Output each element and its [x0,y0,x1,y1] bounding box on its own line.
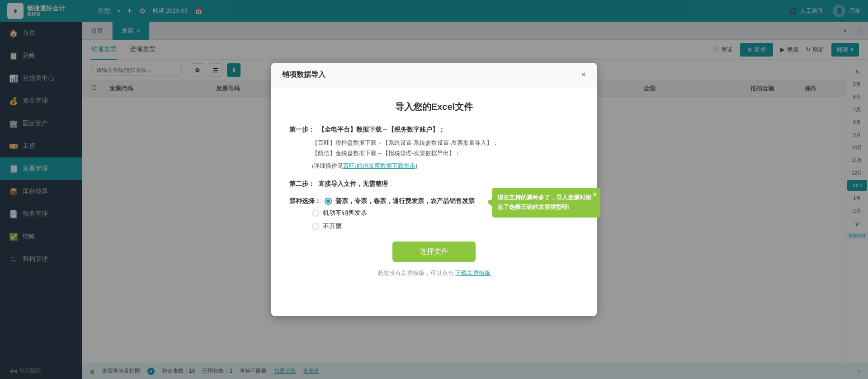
radio-label-3: 不开票 [323,223,342,231]
radio-label-1: 普票，专票，卷票，通行费发票，农产品销售发票 [335,197,475,205]
step2-title: 第二步： 直接导入文件，无需整理 [289,180,579,188]
guide-link[interactable]: 百旺/航信发票数据下载指南 [343,162,415,169]
step1-line1: 【全电平台】数据下载→【税务数字账户】； [318,126,445,134]
ticket-title: 票种选择： 普票，专票，卷票，通行费发票，农产品销售发票 × 现在支持的票种多了… [289,197,579,205]
radio-wrapper-1: 普票，专票，卷票，通行费发票，农产品销售发票 × 现在支持的票种多了，导入发票时… [325,197,478,205]
step1-link-prefix: (详细操作见 [312,162,343,169]
modal-footer: 若您没有发票模版，可以点击 下载发票模版 [289,269,579,286]
import-modal: 销项数据导入 × 导入您的Excel文件 第一步： 【全电平台】数据下载→【税务… [271,63,597,316]
modal-body: 导入您的Excel文件 第一步： 【全电平台】数据下载→【税务数字账户】； 【百… [271,87,597,316]
tooltip-text: 现在支持的票种多了，导入发票时别忘了选择正确的发票类型呀! [497,194,591,210]
step1-line3: 【航信】金税盘数据下载→【报税管理-发票数据导出】； [312,148,579,158]
modal-title: 销项数据导入 [282,70,326,80]
step2-block: 第二步： 直接导入文件，无需整理 [289,180,579,188]
footer-text: 若您没有发票模版，可以点击 [377,270,454,276]
ticket-select-block: 票种选择： 普票，专票，卷票，通行费发票，农产品销售发票 × 现在支持的票种多了… [289,197,579,231]
select-file-btn[interactable]: 选择文件 [392,242,476,262]
modal-header: 销项数据导入 × [271,63,597,87]
radio-3[interactable] [312,223,319,230]
modal-close-btn[interactable]: × [581,70,586,80]
radio-1[interactable] [325,198,332,205]
step1-title: 第一步： 【全电平台】数据下载→【税务数字账户】； [289,126,579,134]
step1-link-suffix: ) [415,162,417,169]
step1-block: 第一步： 【全电平台】数据下载→【税务数字账户】； 【百旺】税控盘数据下载→【系… [289,126,579,171]
radio-item-3[interactable]: 不开票 [312,223,579,231]
step1-content: 【百旺】税控盘数据下载→【系统设置-系统参数设置-发票批量导入】； 【航信】金税… [289,137,579,171]
tooltip-close-btn[interactable]: × [593,190,597,199]
tooltip-arrow [487,199,492,206]
step2-text: 直接导入文件，无需整理 [318,180,388,188]
tooltip-bubble: × 现在支持的票种多了，导入发票时别忘了选择正确的发票类型呀! [492,188,600,218]
step1-line2: 【百旺】税控盘数据下载→【系统设置-系统参数设置-发票批量导入】； [312,137,579,148]
step1-link[interactable]: (详细操作见百旺/航信发票数据下载指南) [312,161,579,171]
radio-label-2: 机动车销售发票 [323,209,367,217]
download-template-link[interactable]: 下载发票模版 [455,270,491,276]
radio-2[interactable] [312,209,319,217]
ticket-label: 票种选择： [289,197,321,205]
modal-subtitle: 导入您的Excel文件 [289,101,579,113]
